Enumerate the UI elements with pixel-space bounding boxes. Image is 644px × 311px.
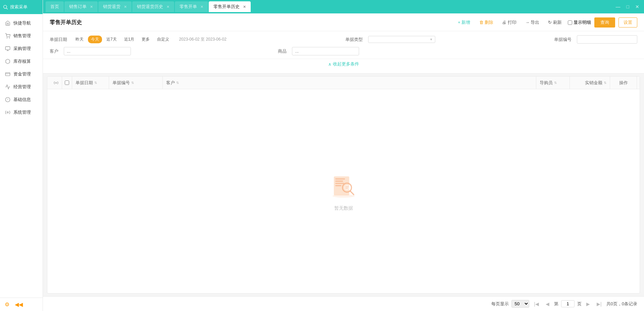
sidebar-item-inventory[interactable]: 库存核算 [0,55,43,68]
close-tab-retail-open[interactable]: ✕ [200,5,203,9]
tab-sales-return[interactable]: 销货退货 ✕ [98,1,132,12]
sidebar-item-label: 库存核算 [13,58,31,64]
close-tab-retail-history[interactable]: ✕ [243,5,246,9]
sidebar-nav: 快捷导航 销售管理 采购管理 [0,14,43,298]
th-guide-label: 导购员 [540,80,553,86]
empty-text: 暂无数据 [334,205,353,211]
page-label: 第 [554,301,558,307]
purchase-icon [5,46,11,52]
th-amount[interactable]: 实销金额 ⇅ [570,76,610,89]
sidebar-item-quick-nav[interactable]: 快捷导航 [0,17,43,30]
show-detail-checkbox[interactable] [568,20,572,25]
sidebar-item-sys-mgmt[interactable]: 系统管理 [0,106,43,119]
collapse-more-label: 收起更多条件 [333,61,359,67]
home-icon [5,20,11,26]
content-area: 零售开单历史 + 新增 🗑 删除 🖨 打印 → 导出 ↻ 刷新 显示明细 查询 … [43,13,644,311]
th-guide[interactable]: 导购员 ⇅ [536,76,570,89]
sidebar-item-label: 基础信息 [13,97,31,103]
tab-retail-open[interactable]: 零售开单 ✕ [175,1,208,12]
th-date[interactable]: 单据日期 ⇅ [72,76,109,89]
bill-type-select[interactable]: ▾ [368,36,435,43]
tab-sales-return-history[interactable]: 销货退货历史 ✕ [132,1,174,12]
show-detail-checkbox-wrap[interactable]: 显示明细 [568,19,591,25]
delete-button[interactable]: 🗑 删除 [477,18,496,27]
th-customer-label: 客户 [166,80,175,86]
sidebar-item-sales-mgmt[interactable]: 销售管理 [0,30,43,42]
minimize-button[interactable]: — [614,3,623,10]
bill-type-label: 单据类型 [345,37,363,43]
add-button[interactable]: + 新增 [455,18,473,27]
show-detail-label: 显示明细 [574,19,591,25]
close-tab-sales-return[interactable]: ✕ [124,5,127,9]
last-month-btn[interactable]: 近1月 [121,36,138,43]
sidebar-search[interactable]: 搜索采单 [0,0,43,14]
collapse-more-btn[interactable]: ∧ 收起更多条件 [50,59,637,69]
th-customer[interactable]: 客户 ⇅ [163,76,536,89]
tab-retail-open-label: 零售开单 [180,4,197,10]
print-button[interactable]: 🖨 打印 [499,18,519,27]
th-checkbox[interactable] [62,76,72,89]
filter-row-1: 单据日期 昨天 今天 近7天 近1月 更多 自定义 2023-06-02 至 2… [50,35,637,44]
settings-button[interactable]: 设置 [618,17,637,28]
svg-rect-16 [335,178,345,179]
sidebar-item-operations[interactable]: 经营管理 [0,81,43,93]
sort-icon-amount: ⇅ [604,81,606,85]
refresh-button[interactable]: ↻ 刷新 [545,18,564,27]
tab-home[interactable]: 首页 [46,1,64,12]
base-info-icon [5,97,11,103]
goods-input[interactable] [292,47,359,55]
sidebar-item-finance[interactable]: 资金管理 [0,68,43,81]
tab-sales-return-label: 销货退货 [103,4,120,10]
window-controls: — □ ✕ [614,3,641,10]
first-page-btn[interactable]: |◀ [532,301,541,307]
sidebar-item-base-info[interactable]: 基础信息 [0,93,43,106]
close-window-button[interactable]: ✕ [633,3,641,10]
last-page-btn[interactable]: ▶| [595,301,604,307]
operations-icon [5,84,11,90]
bill-no-input[interactable] [577,35,637,44]
query-button[interactable]: 查询 [594,17,615,28]
close-tab-sales-order[interactable]: ✕ [90,5,93,9]
gear-icon[interactable]: ⚙ [5,301,9,308]
inventory-icon [5,58,11,64]
svg-point-0 [4,5,7,8]
today-btn[interactable]: 今天 [88,36,102,43]
sidebar-item-label: 系统管理 [13,109,31,115]
sidebar-item-purchase-mgmt[interactable]: 采购管理 [0,42,43,55]
per-page-select[interactable]: 50 10 20 100 [511,300,529,308]
th-orderno-label: 单据编号 [112,80,130,86]
tab-retail-history[interactable]: 零售开单历史 ✕ [209,1,251,12]
more-date-btn[interactable]: 更多 [139,36,153,43]
th-action-label: 操作 [619,80,628,86]
toolbar: + 新增 🗑 删除 🖨 打印 → 导出 ↻ 刷新 显示明细 查询 设置 [455,17,637,31]
prev-page-btn[interactable]: ◀ [544,301,551,307]
custom-date-btn[interactable]: 自定义 [154,36,172,43]
close-tab-sales-return-history[interactable]: ✕ [166,5,169,9]
th-orderno[interactable]: 单据编号 ⇅ [109,76,163,89]
select-all-checkbox[interactable] [65,81,69,85]
th-settings[interactable] [50,76,62,89]
sort-icon-orderno: ⇅ [131,81,134,85]
th-action: 操作 [610,76,637,89]
collapse-sidebar-icon[interactable]: ◀◀ [15,301,23,308]
next-page-btn[interactable]: ▶ [584,301,592,307]
sidebar-item-label: 销售管理 [13,33,31,39]
th-amount-label: 实销金额 [585,80,602,86]
sidebar-item-label: 资金管理 [13,71,31,77]
svg-rect-19 [335,185,341,186]
svg-rect-4 [5,47,10,50]
page-number-input[interactable] [561,300,575,307]
maximize-button[interactable]: □ [625,3,631,10]
customer-input[interactable] [64,47,131,55]
last7-btn[interactable]: 近7天 [103,36,120,43]
export-button[interactable]: → 导出 [523,18,542,27]
sidebar-search-label: 搜索采单 [10,4,28,10]
pagination: 每页显示 50 10 20 100 |◀ ◀ 第 页 ▶ ▶| 共0页，0条记录 [43,296,644,311]
svg-rect-7 [5,72,10,75]
svg-rect-17 [335,180,343,182]
yesterday-btn[interactable]: 昨天 [72,36,87,43]
sort-icon-date: ⇅ [94,81,97,85]
tab-sales-order[interactable]: 销售订单 ✕ [64,1,98,12]
tab-retail-history-label: 零售开单历史 [213,4,240,10]
table-header: 单据日期 ⇅ 单据编号 ⇅ 客户 ⇅ 导购员 ⇅ 实销金额 ⇅ [47,76,640,89]
